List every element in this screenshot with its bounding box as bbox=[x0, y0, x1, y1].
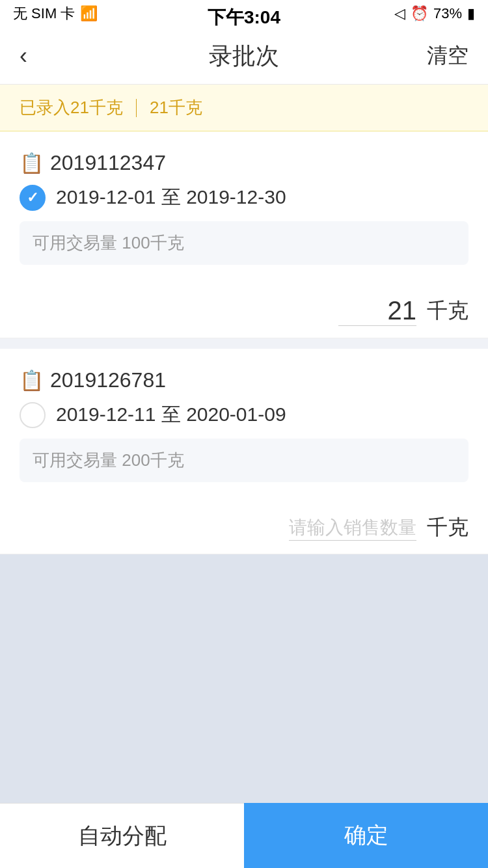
batch-1-available: 可用交易量 100千克 bbox=[20, 221, 468, 265]
batch-card-2: 📋 2019126781 2019-12-11 至 2020-01-09 可用交… bbox=[0, 349, 488, 502]
info-bar: 已录入21千克 21千克 bbox=[0, 85, 488, 131]
batch-1-input-row: 21 千克 bbox=[0, 284, 488, 338]
batch-2-header: 📋 2019126781 bbox=[20, 368, 468, 392]
bottom-buttons: 自动分配 确定 bbox=[0, 803, 488, 868]
confirm-button[interactable]: 确定 bbox=[244, 803, 488, 868]
batch-1-radio[interactable]: ✓ bbox=[20, 185, 46, 211]
status-bar: 无 SIM 卡 📶 下午3:04 ◁ ⏰ 73% ▮ bbox=[0, 0, 488, 27]
auto-distribute-button[interactable]: 自动分配 bbox=[0, 803, 244, 868]
batch-1-icon: 📋 bbox=[20, 152, 44, 174]
batch-1-date: 2019-12-01 至 2019-12-30 bbox=[56, 184, 286, 211]
section-divider bbox=[0, 338, 488, 349]
battery-percent: 73% bbox=[433, 5, 462, 22]
batch-1-unit: 千克 bbox=[427, 297, 468, 325]
batch-2-id: 2019126781 bbox=[50, 368, 166, 392]
batch-2-date: 2019-12-11 至 2020-01-09 bbox=[56, 401, 286, 428]
batch-1-id: 2019112347 bbox=[50, 151, 166, 175]
batch-2-input-row: 请输入销售数量 千克 bbox=[0, 502, 488, 554]
recorded-amount-label: 已录入21千克 bbox=[20, 96, 123, 119]
batch-1-quantity-input[interactable]: 21 bbox=[338, 296, 416, 326]
nav-bar: ‹ 录批次 清空 bbox=[0, 27, 488, 85]
batch-1-quantity-value: 21 bbox=[388, 296, 417, 325]
batch-2-radio[interactable] bbox=[20, 402, 46, 428]
battery-icon: ▮ bbox=[467, 5, 475, 22]
clear-button[interactable]: 清空 bbox=[427, 42, 468, 70]
info-divider bbox=[136, 99, 137, 117]
batch-2-unit: 千克 bbox=[427, 513, 468, 542]
location-icon: ◁ bbox=[394, 5, 405, 22]
batch-card-1: 📋 2019112347 ✓ 2019-12-01 至 2019-12-30 可… bbox=[0, 131, 488, 284]
batch-1-header: 📋 2019112347 bbox=[20, 151, 468, 175]
status-right: ◁ ⏰ 73% ▮ bbox=[394, 5, 475, 22]
back-button[interactable]: ‹ bbox=[20, 42, 59, 70]
no-sim-text: 无 SIM 卡 bbox=[13, 4, 75, 23]
batch-2-available: 可用交易量 200千克 bbox=[20, 439, 468, 482]
recorded-amount-value: 21千克 bbox=[150, 96, 202, 119]
batch-2-quantity-input[interactable]: 请输入销售数量 bbox=[289, 515, 416, 541]
status-time: 下午3:04 bbox=[208, 5, 280, 30]
batch-2-date-row[interactable]: 2019-12-11 至 2020-01-09 bbox=[20, 401, 468, 428]
check-icon: ✓ bbox=[27, 189, 38, 206]
batch-2-quantity-placeholder[interactable]: 请输入销售数量 bbox=[289, 517, 416, 541]
status-left: 无 SIM 卡 📶 bbox=[13, 4, 98, 23]
page-title: 录批次 bbox=[209, 27, 279, 85]
batch-2-icon: 📋 bbox=[20, 369, 44, 392]
wifi-icon: 📶 bbox=[80, 5, 98, 22]
batch-1-date-row[interactable]: ✓ 2019-12-01 至 2019-12-30 bbox=[20, 184, 468, 211]
alarm-icon: ⏰ bbox=[411, 5, 428, 22]
